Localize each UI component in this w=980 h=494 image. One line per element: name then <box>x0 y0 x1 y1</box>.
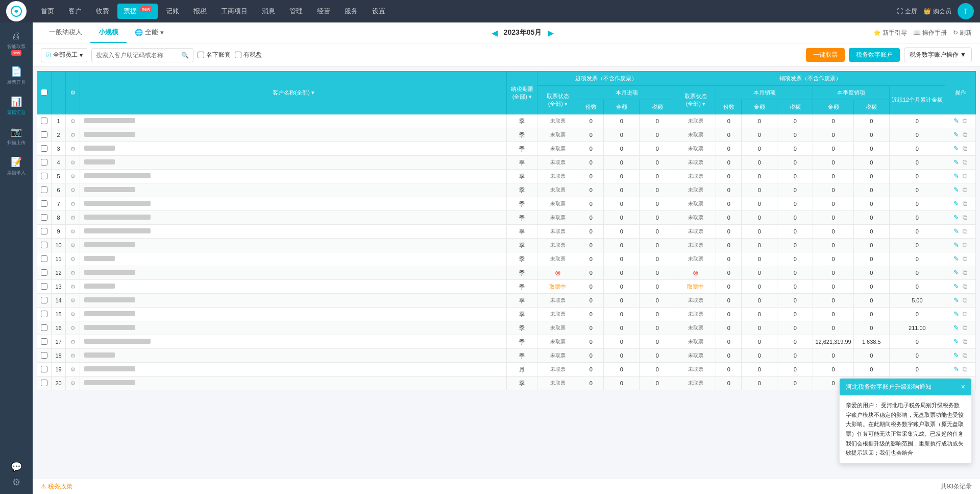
nav-operation[interactable]: 经营 <box>311 4 336 19</box>
row-checkbox[interactable] <box>41 297 47 303</box>
new-guide-btn[interactable]: ⭐ 新手引导 <box>873 29 907 37</box>
copy-icon[interactable]: ⧉ <box>963 200 967 207</box>
row-checkbox[interactable] <box>41 338 47 345</box>
sidebar-item-scan-upload[interactable]: 📷 扫描上传 <box>2 122 31 150</box>
nav-invoice[interactable]: 票据 new <box>117 4 158 19</box>
copy-icon[interactable]: ⧉ <box>963 296 967 304</box>
avatar[interactable]: T <box>958 3 974 19</box>
row-settings-icon[interactable]: ⚙ <box>70 118 76 124</box>
employee-filter-select[interactable]: ☑ 全部员工 ▾ <box>41 48 87 62</box>
sidebar-item-invoice-summary[interactable]: 📊 票据汇总 <box>2 92 31 120</box>
nav-message[interactable]: 消息 <box>256 4 281 19</box>
row-checkbox[interactable] <box>41 283 47 290</box>
row-settings-icon[interactable]: ⚙ <box>70 242 76 248</box>
copy-icon[interactable]: ⧉ <box>963 310 967 318</box>
row-settings-icon[interactable]: ⚙ <box>70 284 76 290</box>
edit-icon[interactable]: ✎ <box>953 255 959 263</box>
search-icon[interactable]: 🔍 <box>181 52 189 59</box>
edit-icon[interactable]: ✎ <box>953 269 959 276</box>
copy-icon[interactable]: ⧉ <box>963 365 967 373</box>
select-all-checkbox[interactable] <box>41 89 47 96</box>
nav-settings[interactable]: 设置 <box>366 4 391 19</box>
client-search-input[interactable] <box>96 52 179 59</box>
row-checkbox[interactable] <box>41 324 47 331</box>
nav-client[interactable]: 客户 <box>62 4 88 19</box>
row-settings-icon[interactable]: ⚙ <box>70 228 76 234</box>
row-checkbox[interactable] <box>41 380 47 386</box>
row-settings-icon[interactable]: ⚙ <box>70 132 76 138</box>
edit-icon[interactable]: ✎ <box>953 227 959 235</box>
digital-account-ops-btn[interactable]: 税务数字账户操作 ▼ <box>904 48 972 62</box>
nav-home[interactable]: 首页 <box>35 4 60 19</box>
tab-small-scale[interactable]: 小规模 <box>90 22 127 43</box>
copy-icon[interactable]: ⧉ <box>963 269 967 276</box>
row-checkbox[interactable] <box>41 366 47 372</box>
row-checkbox[interactable] <box>41 131 47 138</box>
copy-icon[interactable]: ⧉ <box>963 324 967 332</box>
prev-month-btn[interactable]: ◀ <box>489 28 500 38</box>
edit-icon[interactable]: ✎ <box>953 172 959 180</box>
next-month-btn[interactable]: ▶ <box>546 28 556 38</box>
tab-general-taxpayer[interactable]: 一般纳税人 <box>41 22 90 43</box>
tax-policy-link[interactable]: ⚠ 税务政策 <box>41 482 72 491</box>
row-settings-icon[interactable]: ⚙ <box>70 256 76 262</box>
header-client-col[interactable]: 客户名称(全部) ▾ <box>80 72 507 114</box>
copy-icon[interactable]: ⧉ <box>963 255 967 263</box>
copy-icon[interactable]: ⧉ <box>963 145 967 152</box>
row-settings-icon[interactable]: ⚙ <box>70 380 76 386</box>
member-btn[interactable]: 👑 购会员 <box>923 7 951 16</box>
sidebar-item-invoice-entry[interactable]: 📝 票据录入 <box>2 152 31 180</box>
row-checkbox[interactable] <box>41 117 47 124</box>
header-tax-period-col[interactable]: 纳税期限(全部) ▾ <box>507 72 537 114</box>
row-settings-icon[interactable]: ⚙ <box>70 325 76 331</box>
tab-all[interactable]: 🌐 全能 ▾ <box>127 22 172 43</box>
nav-billing[interactable]: 收费 <box>90 4 115 19</box>
edit-icon[interactable]: ✎ <box>953 186 959 194</box>
copy-icon[interactable]: ⧉ <box>963 283 967 290</box>
row-settings-icon[interactable]: ⚙ <box>70 215 76 221</box>
edit-icon[interactable]: ✎ <box>953 338 959 345</box>
row-settings-icon[interactable]: ⚙ <box>70 173 76 179</box>
copy-icon[interactable]: ⧉ <box>963 131 967 138</box>
sidebar-item-issue-invoice[interactable]: 📄 发票开具 <box>2 62 31 90</box>
edit-icon[interactable]: ✎ <box>953 158 959 166</box>
row-settings-icon[interactable]: ⚙ <box>70 201 76 207</box>
copy-icon[interactable]: ⧉ <box>963 158 967 166</box>
edit-icon[interactable]: ✎ <box>953 241 959 249</box>
header-take-status-in[interactable]: 取票状态(全部) ▾ <box>537 86 578 114</box>
nav-tax[interactable]: 报税 <box>187 4 213 19</box>
copy-icon[interactable]: ⧉ <box>963 117 967 125</box>
row-settings-icon[interactable]: ⚙ <box>70 366 76 372</box>
edit-icon[interactable]: ✎ <box>953 117 959 125</box>
edit-icon[interactable]: ✎ <box>953 310 959 318</box>
nav-accounting[interactable]: 记账 <box>160 4 185 19</box>
edit-icon[interactable]: ✎ <box>953 324 959 332</box>
edit-icon[interactable]: ✎ <box>953 351 959 359</box>
copy-icon[interactable]: ⧉ <box>963 214 967 221</box>
copy-icon[interactable]: ⧉ <box>963 172 967 180</box>
tax-disk-checkbox-label[interactable]: 有税盘 <box>235 51 262 59</box>
digital-account-btn[interactable]: 税务数字账户 <box>849 48 900 62</box>
row-checkbox[interactable] <box>41 159 47 166</box>
row-checkbox[interactable] <box>41 352 47 359</box>
row-settings-icon[interactable]: ⚙ <box>70 297 76 303</box>
notice-close-btn[interactable]: × <box>961 383 965 391</box>
edit-icon[interactable]: ✎ <box>953 283 959 290</box>
manual-btn[interactable]: 📖 操作手册 <box>913 29 947 37</box>
row-checkbox[interactable] <box>41 200 47 207</box>
nav-business[interactable]: 工商项目 <box>215 4 254 19</box>
chat-icon[interactable]: 💬 <box>11 461 22 473</box>
edit-icon[interactable]: ✎ <box>953 145 959 152</box>
row-settings-icon[interactable]: ⚙ <box>70 311 76 317</box>
settings-icon[interactable]: ⚙ <box>12 477 20 488</box>
tax-disk-checkbox[interactable] <box>235 52 241 58</box>
copy-icon[interactable]: ⧉ <box>963 241 967 249</box>
sub-account-checkbox-label[interactable]: 名下账套 <box>198 51 231 59</box>
row-checkbox[interactable] <box>41 145 47 152</box>
sidebar-item-smart-invoice[interactable]: 🖨 智能取票 new <box>2 27 31 60</box>
row-checkbox[interactable] <box>41 255 47 262</box>
sub-account-checkbox[interactable] <box>198 52 204 58</box>
row-checkbox[interactable] <box>41 242 47 248</box>
edit-icon[interactable]: ✎ <box>953 365 959 373</box>
row-checkbox[interactable] <box>41 214 47 221</box>
